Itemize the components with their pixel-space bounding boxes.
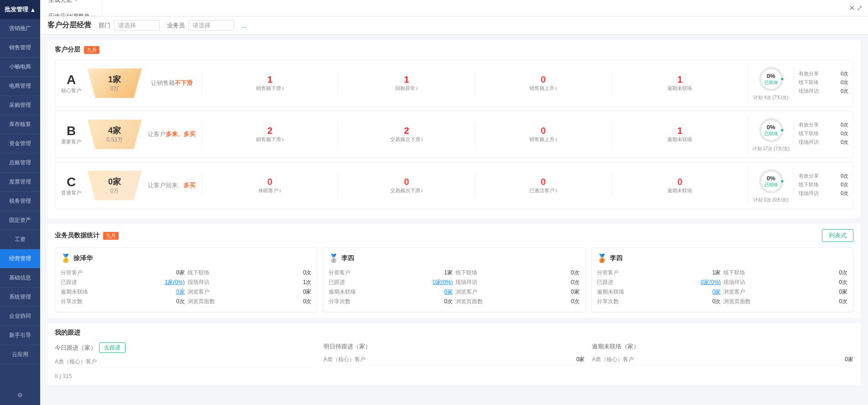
- info-icon[interactable]: ℹ: [282, 137, 284, 142]
- biz-stat-label: 现场拜访: [188, 279, 209, 286]
- biz-stat-val[interactable]: 0家: [712, 288, 721, 296]
- biz-stat-label: 现场拜访: [723, 279, 745, 286]
- right-stat-val: 0次: [841, 79, 848, 86]
- biz-stat-val[interactable]: 1家(0%): [165, 279, 185, 286]
- stat-num: 1: [341, 74, 472, 85]
- biz-stat-val: 0家: [839, 288, 847, 296]
- sidebar-item-云应用[interactable]: 云应用: [0, 345, 40, 364]
- follow-tomorrow-row: A类（核心）客户 0家: [324, 354, 585, 365]
- main-area: 首页门店商品目录×销货单×店铺管理×生成凭证×应收应付调整单×工资表×工资统计报…: [40, 0, 868, 405]
- sidebar-item-营销推广[interactable]: 营销推广: [0, 19, 40, 38]
- stat-label: 逾期未联络: [615, 136, 746, 143]
- sales-select[interactable]: 请选择: [188, 20, 234, 31]
- sidebar-item-新手引导[interactable]: 新手引导: [0, 326, 40, 345]
- right-stat-row: 有效分享0次: [799, 121, 848, 128]
- biz-stat-val: 1家: [444, 269, 453, 277]
- sidebar-item-税务管理[interactable]: 税务管理: [0, 192, 40, 211]
- sidebar-item-销售管理[interactable]: 销售管理: [0, 38, 40, 58]
- biz-stat-val: 0家: [176, 269, 185, 277]
- circle-plan-C: 计划 0次 (0天/次): [752, 197, 790, 203]
- sidebar-header[interactable]: 批发管理 ▲: [0, 0, 40, 19]
- info-icon[interactable]: ℹ: [421, 137, 423, 142]
- info-icon[interactable]: ℹ: [555, 86, 557, 91]
- sidebar-item-发票管理[interactable]: 发票管理: [0, 173, 40, 192]
- tab-bar-actions: ✕ ⤢: [845, 4, 866, 12]
- sidebar-item-小畅电商[interactable]: 小畅电商: [0, 58, 40, 77]
- right-stat-row: 现场拜访0次: [799, 139, 848, 146]
- biz-name-0: 徐泽华: [73, 254, 93, 263]
- tier-label-C: C普通客户: [55, 171, 87, 200]
- biz-stat-val[interactable]: 0家: [176, 288, 185, 296]
- biz-stats-grid-2: 分管客户 1家 已跟进 0家(0%) 逾期未联络 0家 分享次数 0次 线下联络…: [597, 268, 847, 306]
- tier-stat-C-1: 0交易频次下滑ℹ: [338, 173, 475, 198]
- biz-stat-label: 浏览客户: [723, 288, 745, 296]
- right-stat-label: 有效分享: [799, 121, 819, 128]
- biz-stat-label: 逾期未联络: [329, 288, 356, 296]
- stat-num: 0: [341, 177, 472, 187]
- tier-label-B: B重要客户: [55, 120, 87, 149]
- sidebar-item-经营管理[interactable]: 经营管理: [0, 249, 40, 268]
- biz-stat-label: 线下联络: [188, 269, 209, 277]
- follow-title: 我的跟进: [55, 329, 853, 337]
- info-icon[interactable]: ℹ: [282, 86, 284, 91]
- tab-expand-button[interactable]: ⤢: [857, 4, 863, 12]
- sidebar-item-固定资产[interactable]: 固定资产: [0, 211, 40, 230]
- sidebar-toggle-icon: ▲: [30, 6, 36, 13]
- biz-stat-val[interactable]: 0家(0%): [701, 279, 721, 286]
- sidebar-item-企业协同[interactable]: 企业协同: [0, 307, 40, 326]
- follow-section: 我的跟进 今日跟进（家） 去跟进 A类（核心）客户 明日待跟进（家） A类（核心…: [47, 323, 861, 385]
- tier-circle-C: 0% 已联络 计划 0次 (0天/次): [748, 166, 794, 205]
- more-filters-btn[interactable]: ...: [241, 22, 247, 29]
- sidebar-item-基础信息[interactable]: 基础信息: [0, 268, 40, 288]
- circle-pct-A: 0%: [764, 73, 778, 79]
- tier-row-A: A核心客户1家0万让销售额不下滑1销售额下滑ℹ1回购异常ℹ0销售额上升ℹ1逾期未…: [55, 59, 853, 107]
- follow-col-today: 今日跟进（家） 去跟进 A类（核心）客户: [55, 342, 316, 368]
- dept-select[interactable]: 请选择: [114, 20, 160, 31]
- sidebar-item-系统管理[interactable]: 系统管理: [0, 288, 40, 307]
- biz-stat-row-right-0-3: 浏览页面数 0次: [188, 297, 312, 306]
- stat-num: 0: [204, 177, 335, 187]
- biz-stat-label: 已跟进: [597, 279, 613, 286]
- tier-amount-B: 0.53万: [91, 136, 138, 144]
- right-stat-label: 现场拜访: [799, 139, 819, 146]
- sidebar-item-资金管理[interactable]: 资金管理: [0, 134, 40, 153]
- biz-stat-row-left-2-1: 已跟进 0家(0%): [597, 278, 721, 287]
- follow-overdue-label: A类（核心）客户: [592, 356, 634, 363]
- biz-stat-val[interactable]: 0家: [444, 288, 453, 296]
- biz-stat-label: 分享次数: [597, 298, 619, 305]
- tier-stat-A-0: 1销售额下滑ℹ: [201, 71, 338, 95]
- sidebar-item-电商管理[interactable]: 电商管理: [0, 77, 40, 96]
- tier-letter-B: B: [57, 124, 85, 138]
- info-icon[interactable]: ℹ: [555, 188, 557, 193]
- sidebar-item-库存核算[interactable]: 库存核算: [0, 115, 40, 134]
- list-view-button[interactable]: 列表式: [822, 229, 853, 242]
- right-stat-val: 0次: [841, 173, 848, 179]
- biz-stat-label: 浏览页面数: [455, 298, 483, 305]
- sidebar-item-工资[interactable]: 工资: [0, 230, 40, 249]
- info-icon[interactable]: ℹ: [279, 188, 281, 193]
- stat-label: 已激活客户ℹ: [478, 187, 609, 194]
- tier-name-C: 普通客户: [57, 189, 85, 196]
- tab-生成凭证[interactable]: 生成凭证×: [42, 0, 102, 8]
- info-icon[interactable]: ℹ: [421, 188, 423, 193]
- info-icon[interactable]: ℹ: [555, 137, 557, 142]
- biz-stat-val[interactable]: 0家(0%): [433, 279, 453, 286]
- biz-stat-val: 0次: [839, 269, 847, 277]
- stat-label: 销售额下滑ℹ: [204, 85, 335, 92]
- biz-stat-label: 分管客户: [329, 269, 350, 277]
- circle-plan-B: 计划 17次 (7天/次): [752, 146, 790, 152]
- go-follow-button[interactable]: 去跟进: [99, 342, 125, 353]
- settings-gear[interactable]: ⚙: [0, 385, 40, 405]
- stat-num: 1: [615, 74, 746, 85]
- medal-icon-2: 🥉: [597, 253, 607, 263]
- sidebar-item-采购管理[interactable]: 采购管理: [0, 96, 40, 115]
- sidebar-item-总账管理[interactable]: 总账管理: [0, 153, 40, 173]
- info-icon[interactable]: ℹ: [416, 86, 418, 91]
- stat-label: 销售额上升ℹ: [478, 136, 609, 143]
- tab-pin-button[interactable]: ✕: [849, 4, 855, 12]
- tab-应收应付调整单[interactable]: 应收应付调整单×: [42, 8, 102, 17]
- tab-close-生成凭证[interactable]: ×: [75, 0, 78, 3]
- medal-icon-1: 🥈: [329, 253, 339, 263]
- biz-stat-label: 浏览客户: [455, 288, 477, 296]
- right-stat-row: 有效分享0次: [799, 173, 848, 179]
